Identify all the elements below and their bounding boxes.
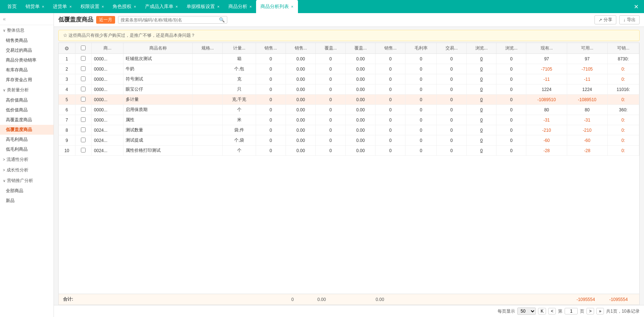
row-unit: 箱 [223,54,256,64]
sidebar-item-traded-goods[interactable]: 交易过的商品 [0,45,54,55]
sidebar-item-low-value[interactable]: 低价值商品 [0,105,54,115]
row-checkbox[interactable] [75,135,91,146]
row-checkbox[interactable] [75,146,91,156]
row-select-checkbox[interactable] [81,107,86,112]
nav-close-permission[interactable]: × [102,0,104,13]
row-select-checkbox[interactable] [81,66,86,71]
row-view1[interactable]: 0 [467,95,496,105]
row-checkbox[interactable] [75,74,91,84]
row-available: -28 [567,146,607,156]
sidebar-item-high-coverage[interactable]: 高覆盖度商品 [0,115,54,125]
row-view1[interactable]: 0 [467,146,496,156]
row-view1[interactable]: 0 [467,115,496,125]
nav-close-purchase[interactable]: × [69,0,71,13]
col-checkbox[interactable] [75,43,91,54]
nav-tab-permission[interactable]: 权限设置 × [76,0,108,13]
table-row: 8 0024... 测试数量 袋,件 0 0.00 0 0.00 0 0 0 0… [59,125,639,135]
sidebar-item-stock-goods[interactable]: 有库存商品 [0,65,54,75]
sidebar-item-high-gross[interactable]: 高毛利商品 [0,135,54,144]
row-checkbox[interactable] [75,115,91,125]
row-select-checkbox[interactable] [81,87,86,91]
top-nav: 首页 销货单 × 进货单 × 权限设置 × 角色授权 × 产成品入库单 × 单据… [0,0,644,13]
export-btn[interactable]: ↓ 导出 [619,15,640,24]
sidebar-item-all-goods[interactable]: 全部商品 [0,186,54,196]
row-view1[interactable]: 0 [467,64,496,74]
row-view1[interactable]: 0 [467,125,496,135]
nav-tab-analysis[interactable]: 商品分析 × [224,0,256,13]
nav-tab-analysis-list[interactable]: 商品分析列表 × [256,0,298,13]
next-page-btn[interactable]: > [586,308,594,314]
window-close-btn[interactable]: ✕ [631,1,641,12]
row-sales-detail: 0 [376,95,405,105]
col-settings[interactable]: ⚙ [59,43,75,54]
nav-close-template[interactable]: × [217,0,219,13]
sidebar-item-stock-capital[interactable]: 库存资金占用 [0,75,54,85]
row-view1[interactable]: 0 [467,105,496,115]
select-all-checkbox[interactable] [81,45,86,50]
date-filter-btn[interactable]: 近一月 [96,16,115,24]
sidebar-collapse-btn[interactable]: « [1,15,7,23]
row-checkbox[interactable] [75,105,91,115]
nav-close-analysis-list[interactable]: × [291,0,293,13]
nav-tab-template[interactable]: 单据模板设置 × [182,0,224,13]
nav-tab-purchase[interactable]: 进货单 × [48,0,76,13]
sidebar-item-new-goods[interactable]: 新品 [0,196,54,206]
row-sales-detail: 0 [376,125,405,135]
row-select-checkbox[interactable] [81,117,86,122]
row-checkbox[interactable] [75,125,91,135]
row-view1[interactable]: 0 [467,74,496,84]
row-select-checkbox[interactable] [81,97,86,102]
table-row: 7 0000... 属性 米 0 0.00 0 0.00 0 0 0 0 0 -… [59,115,639,125]
row-select-checkbox[interactable] [81,148,86,152]
nav-tab-home[interactable]: 首页 [3,0,21,13]
row-checkbox[interactable] [75,54,91,64]
row-checkbox[interactable] [75,95,91,105]
table-row: 10 0024... 属性价格打印测试 个 0 0.00 0 0.00 0 0 … [59,146,639,156]
row-select-checkbox[interactable] [81,127,86,132]
row-view1[interactable]: 0 [467,84,496,95]
sidebar-section-overall[interactable]: ∨ 整体信息 [0,25,54,36]
page-input[interactable] [565,308,578,314]
row-view1[interactable]: 0 [467,54,496,64]
row-select-checkbox[interactable] [81,138,86,142]
nav-tab-role[interactable]: 角色授权 × [108,0,140,13]
nav-close-product[interactable]: × [176,0,178,13]
row-name: 属性 [123,115,192,125]
row-select-checkbox[interactable] [81,56,86,61]
sidebar-item-high-value[interactable]: 高价值商品 [0,95,54,105]
col-coverage1: 覆盖... [316,43,346,54]
row-code: 0000... [92,95,123,105]
row-view1[interactable]: 0 [467,135,496,146]
row-select-checkbox[interactable] [81,76,86,81]
row-coverage1: 0 [316,84,346,95]
row-checkbox[interactable] [75,84,91,95]
sidebar-section-growth[interactable]: > 成长性分析 [0,165,54,175]
nav-close-sales[interactable]: × [42,0,44,13]
nav-close-role[interactable]: × [134,0,136,13]
data-table-wrapper[interactable]: ⚙ 商... 商品名称 规格... 计量... 销售... 销售... 覆盖..… [58,43,640,294]
row-checkbox[interactable] [75,64,91,74]
sidebar-item-sales-goods[interactable]: 销售类商品 [0,36,54,45]
row-view2: 0 [496,105,526,115]
sidebar-item-low-coverage[interactable]: 低覆盖度商品 [0,125,54,135]
share-btn[interactable]: ↗ 分享 [594,15,616,24]
last-page-btn[interactable]: » [596,308,604,314]
first-page-btn[interactable]: K [538,308,546,314]
row-gross-rate: 0 [405,95,437,105]
nav-close-analysis[interactable]: × [250,0,252,13]
prev-page-btn[interactable]: < [548,308,556,314]
sidebar-section-marketing[interactable]: ∨ 营销推广分析 [0,175,54,186]
sidebar-item-category-rate[interactable]: 商品分类动销率 [0,55,54,65]
sidebar-section-liquidity[interactable]: > 流通性分析 [0,154,54,165]
nav-tab-sales[interactable]: 销货单 × [21,0,48,13]
row-coverage1: 0 [316,105,346,115]
sidebar-section-analysis[interactable]: ∨ 类射量分析 [0,85,54,95]
footer-coverage2: 0.00 [365,297,394,302]
sidebar-items-overall: 销售类商品 交易过的商品 商品分类动销率 有库存商品 库存资金占用 [0,36,54,85]
per-page-select[interactable]: 50 100 200 [517,308,536,315]
nav-tab-product[interactable]: 产成品入库单 × [141,0,182,13]
sidebar-item-low-gross[interactable]: 低毛利商品 [0,144,54,154]
footer-label: 合计: [63,296,73,302]
row-gross-rate: 0 [405,105,437,115]
search-input[interactable] [121,17,219,23]
